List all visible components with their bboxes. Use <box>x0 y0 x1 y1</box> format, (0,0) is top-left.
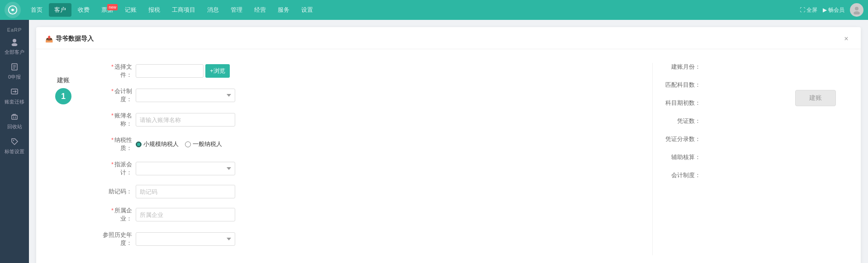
info-month-label: 建账月份： <box>664 63 704 71</box>
step-section: 建账 1 <box>36 63 90 255</box>
file-label: 选择文件： <box>100 63 136 79</box>
info-section: 建账月份： 匹配科目数： 科目期初数： 凭证数： 凭证分录数： <box>653 63 770 255</box>
top-nav: 首页 客户 收费 票据 new 记账 报税 工商项目 消息 管理 经营 服务 设… <box>0 0 868 20</box>
history-select[interactable] <box>136 232 235 246</box>
dialog-card: 📤 导爷数据导入 × 建账 1 选择文件： +浏览 <box>36 27 861 263</box>
ledger-name-label: 账簿名称： <box>100 112 136 128</box>
sidebar-item-tags[interactable]: 标签设置 <box>0 134 29 159</box>
recycle-icon <box>10 113 19 122</box>
file-row: +浏览 <box>136 64 230 78</box>
svg-point-2 <box>854 11 860 14</box>
company-input[interactable] <box>136 208 235 221</box>
sidebar-item-all-clients[interactable]: 全部客户 <box>0 34 29 59</box>
nav-item-manage[interactable]: 管理 <box>225 3 248 17</box>
info-row-accounting-system: 会计制度： <box>664 171 759 179</box>
memo-label: 助记码： <box>100 188 136 196</box>
info-row-vouchers: 凭证数： <box>664 117 759 125</box>
membership-button[interactable]: ▶ 畅会员 <box>823 6 844 14</box>
sidebar: EaRP 全部客户 0申报 账套迁移 回收站 标签设置 <box>0 20 29 263</box>
dialog-body: 建账 1 选择文件： +浏览 会计制度： <box>36 49 861 263</box>
nav-item-service[interactable]: 服务 <box>272 3 295 17</box>
info-match-label: 匹配科目数： <box>664 81 704 89</box>
company-label: 所属企业： <box>100 207 136 223</box>
info-aux-label: 辅助核算： <box>664 153 704 161</box>
info-accounting-system-label: 会计制度： <box>664 171 704 179</box>
svg-point-15 <box>13 140 14 141</box>
main-content: 📤 导爷数据导入 × 建账 1 选择文件： +浏览 <box>29 20 868 263</box>
avatar[interactable] <box>850 3 863 17</box>
info-row-match: 匹配科目数： <box>664 81 759 89</box>
dialog-header: 📤 导爷数据导入 × <box>36 27 861 49</box>
tax-type-form-row: 纳税性质： 小规模纳税人 一般纳税人 <box>100 136 643 152</box>
accountant-select[interactable] <box>136 162 235 175</box>
nav-item-client[interactable]: 客户 <box>49 3 71 17</box>
logo[interactable] <box>5 2 21 18</box>
step-label: 建账 <box>57 76 70 85</box>
sidebar-item-recycle[interactable]: 回收站 <box>0 109 29 134</box>
nav-item-operation[interactable]: 经营 <box>249 3 271 17</box>
info-vouchers-label: 凭证数： <box>664 117 704 125</box>
nav-item-invoice[interactable]: 票据 new <box>96 3 119 17</box>
info-init-balance-label: 科目期初数： <box>664 99 704 107</box>
ledger-name-form-row: 账簿名称： <box>100 112 643 128</box>
action-section: 建账 <box>770 63 861 255</box>
info-row-aux: 辅助核算： <box>664 153 759 161</box>
info-voucher-entries-label: 凭证分录数： <box>664 135 704 143</box>
file-input[interactable] <box>136 64 204 78</box>
tax-type-label: 纳税性质： <box>100 136 136 152</box>
radio-small-taxpayer[interactable]: 小规模纳税人 <box>136 140 179 148</box>
all-clients-icon <box>10 38 19 47</box>
form-section: 选择文件： +浏览 会计制度： 账簿名称： <box>90 63 653 255</box>
accounting-system-select[interactable] <box>136 89 235 102</box>
info-row-month: 建账月份： <box>664 63 759 71</box>
info-row-init-balance: 科目期初数： <box>664 99 759 107</box>
radio-general-taxpayer[interactable]: 一般纳税人 <box>185 140 222 148</box>
membership-icon: ▶ <box>823 7 827 13</box>
memo-input[interactable] <box>136 185 235 198</box>
fullscreen-button[interactable]: ⛶ 全屏 <box>800 6 817 14</box>
memo-form-row: 助记码： <box>100 185 643 198</box>
svg-point-3 <box>13 39 16 42</box>
title-icon: 📤 <box>45 35 53 42</box>
company-form-row: 所属企业： <box>100 207 643 223</box>
accounting-system-form-row: 会计制度： <box>100 87 643 103</box>
info-row-voucher-entries: 凭证分录数： <box>664 135 759 143</box>
nav-item-business[interactable]: 工商项目 <box>166 3 201 17</box>
dialog-title: 📤 导爷数据导入 <box>45 35 94 43</box>
history-form-row: 参照历史年度： <box>100 231 643 247</box>
nav-item-tax[interactable]: 报税 <box>143 3 166 17</box>
accounting-system-label: 会计制度： <box>100 87 136 103</box>
svg-point-4 <box>12 43 18 47</box>
nav-items: 首页 客户 收费 票据 new 记账 报税 工商项目 消息 管理 经营 服务 设… <box>25 3 800 17</box>
file-form-row: 选择文件： +浏览 <box>100 63 643 79</box>
new-badge: new <box>107 4 118 10</box>
declaration-icon <box>10 63 19 72</box>
nav-item-accounting[interactable]: 记账 <box>119 3 142 17</box>
sidebar-item-declaration[interactable]: 0申报 <box>0 59 29 84</box>
fullscreen-icon: ⛶ <box>800 7 805 13</box>
accountant-form-row: 指派会计： <box>100 160 643 177</box>
tags-icon <box>10 137 19 147</box>
earp-label: EaRP <box>5 25 25 34</box>
ledger-name-input[interactable] <box>136 113 235 127</box>
svg-rect-11 <box>12 115 17 119</box>
accountant-label: 指派会计： <box>100 160 136 177</box>
close-button[interactable]: × <box>841 33 852 44</box>
step-circle: 1 <box>55 88 71 104</box>
nav-item-home[interactable]: 首页 <box>25 3 48 17</box>
sidebar-item-migration[interactable]: 账套迁移 <box>0 84 29 109</box>
nav-item-message[interactable]: 消息 <box>202 3 224 17</box>
create-account-button[interactable]: 建账 <box>795 90 836 106</box>
browse-button[interactable]: +浏览 <box>205 64 230 78</box>
nav-right: ⛶ 全屏 ▶ 畅会员 <box>800 3 863 17</box>
nav-item-fee[interactable]: 收费 <box>72 3 95 17</box>
history-label: 参照历史年度： <box>100 231 136 247</box>
tax-type-radio-group: 小规模纳税人 一般纳税人 <box>136 140 222 148</box>
svg-point-1 <box>855 7 859 10</box>
nav-item-settings[interactable]: 设置 <box>296 3 318 17</box>
migration-icon <box>10 88 19 97</box>
